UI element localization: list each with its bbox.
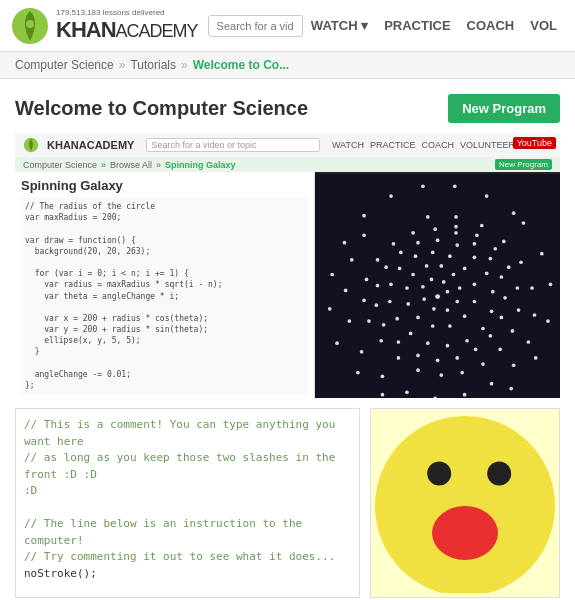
canvas-svg — [375, 413, 555, 593]
svg-point-108 — [509, 387, 513, 391]
svg-point-125 — [427, 462, 451, 486]
svg-point-76 — [498, 347, 502, 351]
svg-point-19 — [406, 302, 410, 306]
svg-point-106 — [546, 319, 550, 323]
svg-point-47 — [384, 265, 388, 269]
svg-point-68 — [362, 298, 366, 302]
svg-point-41 — [485, 271, 489, 275]
svg-point-26 — [463, 267, 467, 271]
svg-point-102 — [426, 215, 430, 219]
svg-point-56 — [488, 334, 492, 338]
video-inner: KHANACADEMY Search for a video or topic … — [15, 133, 560, 398]
svg-point-59 — [499, 275, 503, 279]
spinning-galaxy-title: Spinning Galaxy — [21, 178, 308, 193]
svg-point-6 — [442, 280, 446, 284]
svg-point-97 — [530, 286, 534, 290]
editor-area: // This is a comment! You can type anyth… — [15, 408, 560, 598]
svg-point-33 — [395, 317, 399, 321]
svg-point-114 — [335, 341, 339, 345]
nav-volunteer[interactable]: VOL — [522, 12, 565, 39]
svg-point-118 — [362, 214, 366, 218]
svg-point-34 — [409, 332, 413, 336]
logo-text: 179,513,183 lessons delivered KHANACADEM… — [56, 8, 198, 43]
svg-point-38 — [481, 327, 485, 331]
breadcrumb-current: Welcome to Co... — [193, 58, 289, 72]
svg-point-17 — [411, 273, 415, 277]
svg-point-10 — [432, 307, 436, 311]
svg-point-45 — [416, 241, 420, 245]
code-editor[interactable]: // This is a comment! You can type anyth… — [15, 408, 360, 598]
breadcrumb-computer-science[interactable]: Computer Science — [15, 58, 114, 72]
svg-point-64 — [411, 231, 415, 235]
svg-point-57 — [499, 316, 503, 320]
video-canvas-panel — [315, 172, 560, 398]
video-top-bar: KHANACADEMY Search for a video or topic … — [15, 133, 560, 157]
svg-point-29 — [413, 254, 417, 258]
svg-point-15 — [439, 264, 443, 268]
svg-point-96 — [532, 313, 536, 317]
svg-point-32 — [388, 300, 392, 304]
svg-point-4 — [435, 294, 440, 299]
svg-point-100 — [480, 224, 484, 228]
svg-point-28 — [431, 251, 435, 255]
svg-point-116 — [330, 273, 334, 277]
search-bar[interactable] — [208, 15, 303, 37]
svg-point-30 — [398, 267, 402, 271]
video-container[interactable]: KHANACADEMY Search for a video or topic … — [15, 133, 560, 398]
code-line-7: noStroke(); — [24, 566, 351, 583]
svg-point-13 — [458, 286, 462, 290]
svg-point-74 — [460, 371, 464, 375]
svg-point-119 — [389, 194, 393, 198]
svg-point-75 — [481, 362, 485, 366]
svg-point-83 — [454, 225, 458, 229]
video-logo-name: KHANACADEMY — [47, 139, 134, 151]
svg-point-122 — [485, 194, 489, 198]
svg-point-115 — [328, 307, 332, 311]
svg-point-90 — [405, 390, 409, 394]
svg-point-61 — [472, 242, 476, 246]
code-line-1: // This is a comment! You can type anyth… — [24, 417, 351, 450]
svg-point-35 — [426, 341, 430, 345]
svg-point-86 — [344, 289, 348, 293]
youtube-badge: YouTube — [513, 137, 556, 149]
svg-point-78 — [516, 308, 520, 312]
svg-point-21 — [431, 324, 435, 328]
svg-point-112 — [380, 393, 384, 397]
code-line-2: // as long as you keep those two slashes… — [24, 450, 351, 483]
svg-point-93 — [489, 382, 493, 386]
svg-point-18 — [405, 286, 409, 290]
svg-point-20 — [416, 316, 420, 320]
svg-point-117 — [342, 241, 346, 245]
nav-watch[interactable]: WATCH ▾ — [303, 12, 376, 39]
page-title: Welcome to Computer Science — [15, 97, 308, 120]
svg-point-36 — [445, 344, 449, 348]
code-line-5: // The line below is an instruction to t… — [24, 516, 351, 549]
video-left-panel: Spinning Galaxy // The radius of the cir… — [15, 172, 315, 398]
video-code-block: // The radius of the circle var maxRadiu… — [21, 197, 308, 395]
svg-point-94 — [512, 363, 516, 367]
top-navigation: 179,513,183 lessons delivered KHANACADEM… — [0, 0, 575, 52]
svg-point-73 — [439, 373, 443, 377]
svg-point-82 — [475, 233, 479, 237]
svg-point-48 — [375, 284, 379, 288]
svg-point-25 — [472, 282, 476, 286]
svg-point-62 — [454, 231, 458, 235]
logo-area[interactable]: 179,513,183 lessons delivered KHANACADEM… — [10, 6, 198, 46]
svg-point-104 — [540, 252, 544, 256]
svg-point-80 — [507, 265, 511, 269]
svg-point-53 — [436, 359, 440, 363]
svg-point-77 — [510, 329, 514, 333]
new-program-button[interactable]: New Program — [448, 94, 560, 123]
video-screenshot: KHANACADEMY Search for a video or topic … — [15, 133, 560, 398]
svg-point-107 — [534, 356, 538, 360]
code-line-3: :D — [24, 483, 351, 500]
search-input[interactable] — [208, 15, 303, 37]
svg-point-58 — [503, 296, 507, 300]
nav-links: WATCH ▾ PRACTICE COACH VOL — [303, 12, 565, 39]
svg-point-46 — [399, 251, 403, 255]
svg-point-22 — [448, 324, 452, 328]
nav-practice[interactable]: PRACTICE — [376, 12, 458, 39]
nav-coach[interactable]: COACH — [459, 12, 523, 39]
breadcrumb-tutorials[interactable]: Tutorials — [130, 58, 176, 72]
breadcrumb: Computer Science » Tutorials » Welcome t… — [0, 52, 575, 79]
